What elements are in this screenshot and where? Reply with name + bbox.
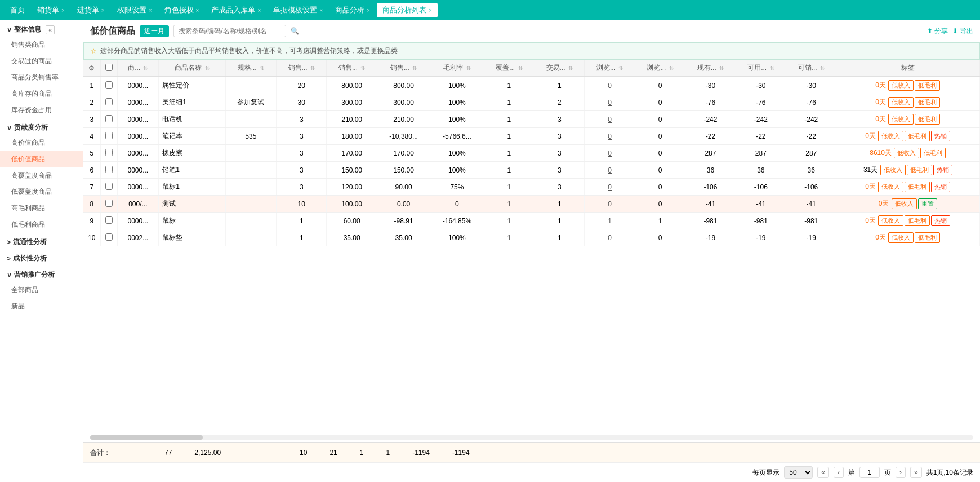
sidebar-item-low-value[interactable]: 低价值商品 <box>0 151 83 167</box>
row-checkbox[interactable] <box>100 229 117 246</box>
sidebar-item-high-coverage[interactable]: 高覆盖度商品 <box>0 167 83 184</box>
col-browse1[interactable]: 浏览... ⇅ <box>585 60 635 77</box>
col-sales1[interactable]: 销售... ⇅ <box>327 60 377 77</box>
sidebar-item-all-goods[interactable]: 全部商品 <box>0 282 83 298</box>
row-select-checkbox[interactable] <box>105 233 113 241</box>
close-purchase-icon[interactable]: × <box>101 7 105 14</box>
col-checkbox[interactable] <box>100 60 117 77</box>
row-checkbox[interactable] <box>100 145 117 162</box>
col-sales2[interactable]: 销售... ⇅ <box>377 60 430 77</box>
row-browse1[interactable]: 0 <box>585 111 635 128</box>
row-checkbox[interactable] <box>100 196 117 213</box>
browse-link[interactable]: 0 <box>608 132 612 140</box>
row-select-checkbox[interactable] <box>105 200 113 207</box>
close-roles-icon[interactable]: × <box>196 7 199 14</box>
close-list-icon[interactable]: × <box>429 7 432 14</box>
col-browse2[interactable]: 浏览... ⇅ <box>635 60 685 77</box>
browse-link[interactable]: 0 <box>608 82 612 90</box>
col-gross[interactable]: 毛利率 ⇅ <box>430 60 484 77</box>
row-browse1[interactable]: 0 <box>585 94 635 111</box>
row-browse1[interactable]: 0 <box>585 229 635 246</box>
nav-analysis-list[interactable]: 商品分析列表 × <box>377 3 438 17</box>
row-browse1[interactable]: 0 <box>585 162 635 179</box>
row-browse1[interactable]: 1 <box>585 213 635 229</box>
next-page-btn[interactable]: › <box>896 467 906 478</box>
row-checkbox[interactable] <box>100 213 117 229</box>
gear-icon[interactable]: ⚙ <box>88 64 95 72</box>
col-cover[interactable]: 覆盖... ⇅ <box>484 60 534 77</box>
row-select-checkbox[interactable] <box>105 115 113 122</box>
close-permissions-icon[interactable]: × <box>149 7 152 14</box>
nav-product-entry[interactable]: 产成品入库单 × <box>206 3 266 17</box>
nav-home[interactable]: 首页 <box>5 3 30 17</box>
sidebar-group-circulation[interactable]: > 流通性分析 <box>0 233 83 249</box>
row-select-checkbox[interactable] <box>105 166 113 173</box>
sidebar-item-high-value[interactable]: 高价值商品 <box>0 135 83 151</box>
sidebar-group-overall[interactable]: ∨ 整体信息 « <box>0 20 83 37</box>
sidebar-group-contribution[interactable]: ∨ 贡献度分析 <box>0 118 83 135</box>
row-select-checkbox[interactable] <box>105 149 113 156</box>
sidebar-item-new-goods[interactable]: 新品 <box>0 298 83 315</box>
search-input[interactable] <box>173 25 286 37</box>
close-analysis-icon[interactable]: × <box>367 7 370 14</box>
browse-link[interactable]: 0 <box>608 166 612 174</box>
nav-template[interactable]: 单据模板设置 × <box>268 3 328 17</box>
row-select-checkbox[interactable] <box>105 183 113 190</box>
page-input[interactable] <box>859 467 880 478</box>
row-select-checkbox[interactable] <box>105 98 113 105</box>
sidebar-item-high-stock[interactable]: 高库存的商品 <box>0 86 83 102</box>
browse-link[interactable]: 0 <box>608 183 612 191</box>
row-browse1[interactable]: 0 <box>585 77 635 94</box>
sidebar-item-traded-goods[interactable]: 交易过的商品 <box>0 53 83 69</box>
row-browse1[interactable]: 0 <box>585 179 635 196</box>
row-browse1[interactable]: 0 <box>585 128 635 145</box>
scrollbar-thumb[interactable] <box>90 435 203 440</box>
col-qty[interactable]: 销售... ⇅ <box>277 60 327 77</box>
col-spec[interactable]: 规格... ⇅ <box>225 60 276 77</box>
browse-link[interactable]: 0 <box>608 234 612 242</box>
export-button[interactable]: ⬇ 导出 <box>952 26 973 36</box>
col-name[interactable]: 商品名称 ⇅ <box>159 60 226 77</box>
nav-analysis[interactable]: 商品分析 × <box>329 3 376 17</box>
col-stock[interactable]: 现有... ⇅ <box>685 60 736 77</box>
table-wrapper[interactable]: ⚙ 商... ⇅ 商品名称 ⇅ 规格... ⇅ 销售... ⇅ 销售... ⇅ … <box>83 60 980 435</box>
page-size-select[interactable]: 50 100 200 <box>784 466 813 479</box>
nav-roles[interactable]: 角色授权 × <box>159 3 205 17</box>
row-browse1[interactable]: 0 <box>585 196 635 213</box>
select-all-checkbox[interactable] <box>105 64 113 71</box>
row-checkbox[interactable] <box>100 179 117 196</box>
sidebar-group-marketing[interactable]: ∨ 营销推广分析 <box>0 266 83 282</box>
time-filter-button[interactable]: 近一月 <box>140 25 169 37</box>
first-page-btn[interactable]: « <box>817 467 829 478</box>
sidebar-item-sales-goods[interactable]: 销售类商品 <box>0 37 83 53</box>
sidebar-item-low-profit[interactable]: 低毛利商品 <box>0 216 83 233</box>
prev-page-btn[interactable]: ‹ <box>834 467 844 478</box>
col-avail[interactable]: 可用... ⇅ <box>736 60 786 77</box>
close-sales-icon[interactable]: × <box>61 7 65 14</box>
sidebar-item-stock-capital[interactable]: 库存资金占用 <box>0 102 83 118</box>
row-select-checkbox[interactable] <box>105 216 113 224</box>
browse-link[interactable]: 0 <box>608 116 612 123</box>
row-checkbox[interactable] <box>100 162 117 179</box>
browse-link[interactable]: 0 <box>608 99 612 107</box>
collapse-overall-btn[interactable]: « <box>46 25 55 34</box>
row-select-checkbox[interactable] <box>105 132 113 139</box>
nav-permissions[interactable]: 权限设置 × <box>112 3 158 17</box>
row-checkbox[interactable] <box>100 77 117 94</box>
close-template-icon[interactable]: × <box>319 7 323 14</box>
sidebar-group-growth[interactable]: > 成长性分析 <box>0 249 83 266</box>
col-gear[interactable]: ⚙ <box>83 60 100 77</box>
nav-purchase[interactable]: 进货单 × <box>72 3 110 17</box>
last-page-btn[interactable]: » <box>910 467 922 478</box>
col-sellable[interactable]: 可销... ⇅ <box>786 60 836 77</box>
browse-link[interactable]: 0 <box>608 200 612 208</box>
row-checkbox[interactable] <box>100 128 117 145</box>
horizontal-scrollbar[interactable] <box>90 435 973 440</box>
sidebar-item-high-profit[interactable]: 高毛利商品 <box>0 200 83 216</box>
row-select-checkbox[interactable] <box>105 81 113 89</box>
close-entry-icon[interactable]: × <box>257 7 261 14</box>
col-trade[interactable]: 交易... ⇅ <box>534 60 585 77</box>
share-button[interactable]: ⬆ 分享 <box>927 26 948 36</box>
sidebar-item-low-coverage[interactable]: 低覆盖度商品 <box>0 184 83 200</box>
row-browse1[interactable]: 0 <box>585 145 635 162</box>
